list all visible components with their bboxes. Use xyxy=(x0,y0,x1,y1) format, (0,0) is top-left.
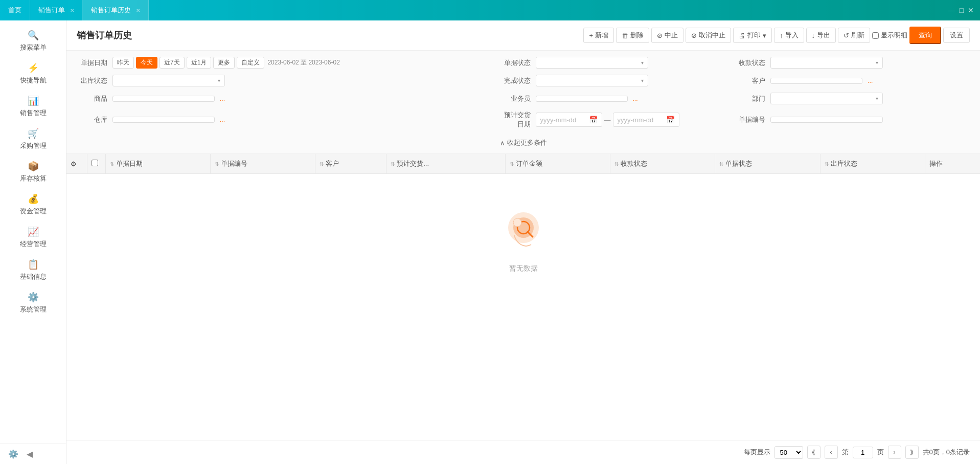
tab-sales-history-close[interactable]: ✕ xyxy=(136,8,140,13)
salesperson-select[interactable] xyxy=(536,96,628,102)
prev-page-btn[interactable]: ‹ xyxy=(825,446,838,459)
col-customer-sort-icon[interactable]: ⇅ xyxy=(320,161,324,167)
finance-icon: 💰 xyxy=(28,193,39,205)
data-table: ⚙ ⇅ 单据日期 ⇅ xyxy=(66,154,980,174)
col-payment-sort-icon[interactable]: ⇅ xyxy=(614,161,619,167)
search-icon: 🔍 xyxy=(28,30,39,41)
collapse-sidebar-icon[interactable]: ◀ xyxy=(27,449,33,459)
bill-status-select[interactable]: ▾ xyxy=(536,57,648,69)
tab-home[interactable]: 首页 xyxy=(0,0,30,20)
tab-sales-order[interactable]: 销售订单 ✕ xyxy=(30,0,83,20)
minimize-icon[interactable]: — xyxy=(948,6,955,14)
page-number-input[interactable] xyxy=(853,447,873,458)
refresh-button[interactable]: ↺ 刷新 xyxy=(838,28,870,43)
sidebar-bottom: ⚙️ ◀ xyxy=(0,444,66,464)
date-filter-value: 昨天 今天 近7天 近1月 更多 自定义 2023-06-02 至 2023-0… xyxy=(112,57,500,69)
product-more-btn[interactable]: ... xyxy=(217,94,228,103)
customer-more-btn[interactable]: ... xyxy=(864,76,876,85)
col-date-label: 单据日期 xyxy=(116,159,143,168)
product-select[interactable] xyxy=(112,96,215,102)
sidebar-item-quicknav[interactable]: ⚡ 快捷导航 xyxy=(0,57,66,90)
query-button[interactable]: 查询 xyxy=(909,27,941,44)
next-page-btn[interactable]: › xyxy=(888,446,901,459)
calendar-from-icon[interactable]: 📅 xyxy=(589,116,598,124)
col-action: 操作 xyxy=(925,154,980,174)
customer-label: 客户 xyxy=(735,76,770,85)
bill-number-input[interactable] xyxy=(770,117,883,123)
sidebar-item-search[interactable]: 🔍 搜索菜单 xyxy=(0,25,66,57)
warehouse-more-btn[interactable]: ... xyxy=(217,115,228,124)
cancel-stop-button[interactable]: ⊘ 取消中止 xyxy=(686,28,731,43)
bill-status-label: 单据状态 xyxy=(500,58,536,68)
col-expected-date-sort-icon[interactable]: ⇅ xyxy=(391,161,395,167)
sidebar-item-sales[interactable]: 📊 销售管理 xyxy=(0,90,66,123)
date-btn-custom[interactable]: 自定义 xyxy=(237,57,264,69)
sidebar-item-inventory-label: 库存核算 xyxy=(20,174,47,183)
collapse-btn[interactable]: ∧ 收起更多条件 xyxy=(77,135,970,147)
warehouse-status-select[interactable]: ▾ xyxy=(112,75,225,86)
sidebar-item-operations[interactable]: 📈 经营管理 xyxy=(0,221,66,254)
first-page-btn[interactable]: ⟪ xyxy=(807,446,821,459)
last-page-btn[interactable]: ⟫ xyxy=(905,446,919,459)
setting-button[interactable]: 设置 xyxy=(943,28,970,43)
maximize-icon[interactable]: □ xyxy=(960,6,964,14)
sidebar-item-finance-label: 资金管理 xyxy=(20,207,47,216)
date-btn-today[interactable]: 今天 xyxy=(136,57,157,69)
empty-text: 暂无数据 xyxy=(509,264,538,273)
refresh-icon: ↺ xyxy=(844,32,849,39)
sidebar-item-system[interactable]: ⚙️ 系统管理 xyxy=(0,286,66,319)
tab-sales-order-close[interactable]: ✕ xyxy=(70,8,74,13)
import-button[interactable]: ↑ 导入 xyxy=(774,28,804,43)
stop-icon: ⊘ xyxy=(657,32,663,39)
department-col: 部门 ▾ xyxy=(735,93,970,104)
delete-icon: 🗑 xyxy=(622,32,628,39)
close-icon[interactable]: ✕ xyxy=(968,6,974,14)
expected-date-to[interactable]: yyyy-mm-dd 📅 xyxy=(613,113,679,127)
collapse-label: 收起更多条件 xyxy=(507,138,547,147)
sidebar-item-inventory[interactable]: 📦 库存核算 xyxy=(0,156,66,188)
date-btn-1month[interactable]: 近1月 xyxy=(187,57,212,69)
table-settings-icon[interactable]: ⚙ xyxy=(71,160,77,168)
export-button[interactable]: ↓ 导出 xyxy=(806,28,836,43)
delete-button[interactable]: 🗑 删除 xyxy=(616,28,649,43)
date-separator: — xyxy=(604,116,611,124)
sidebar-item-finance[interactable]: 💰 资金管理 xyxy=(0,188,66,221)
tab-sales-history[interactable]: 销售订单历史 ✕ xyxy=(83,0,149,20)
expected-date-from[interactable]: yyyy-mm-dd 📅 xyxy=(536,113,602,127)
col-date-sort-icon[interactable]: ⇅ xyxy=(110,161,114,167)
col-warehouse-sort-icon[interactable]: ⇅ xyxy=(825,161,829,167)
date-btn-more[interactable]: 更多 xyxy=(213,57,235,69)
col-payment-status: ⇅ 收款状态 xyxy=(610,154,715,174)
stop-button[interactable]: ⊘ 中止 xyxy=(651,28,683,43)
settings-bottom-icon[interactable]: ⚙️ xyxy=(8,449,18,459)
stop-label: 中止 xyxy=(665,31,678,40)
sidebar-item-basic[interactable]: 📋 基础信息 xyxy=(0,254,66,286)
customer-select[interactable] xyxy=(770,78,862,84)
display-toggle-checkbox[interactable] xyxy=(872,32,879,39)
col-amount-sort-icon[interactable]: ⇅ xyxy=(510,161,514,167)
col-amount-label: 订单金额 xyxy=(516,159,542,168)
sidebar-item-quicknav-label: 快捷导航 xyxy=(20,76,47,85)
col-bill-sort-icon[interactable]: ⇅ xyxy=(719,161,723,167)
select-all-checkbox[interactable] xyxy=(92,160,98,166)
sidebar-item-purchase-label: 采购管理 xyxy=(20,141,47,150)
sidebar-item-purchase[interactable]: 🛒 采购管理 xyxy=(0,123,66,156)
warehouse-select[interactable] xyxy=(112,117,215,123)
bill-status-col: 单据状态 ▾ xyxy=(500,57,735,69)
complete-status-select[interactable]: ▾ xyxy=(536,75,648,86)
product-label: 商品 xyxy=(77,94,112,103)
date-btn-yesterday[interactable]: 昨天 xyxy=(112,57,134,69)
print-button[interactable]: 🖨 打印 ▾ xyxy=(733,28,772,43)
salesperson-more-btn[interactable]: ... xyxy=(630,94,641,103)
add-button[interactable]: + 新增 xyxy=(583,28,614,43)
customer-col: 客户 ... xyxy=(735,76,970,85)
date-btn-7days[interactable]: 近7天 xyxy=(159,57,185,69)
col-number-sort-icon[interactable]: ⇅ xyxy=(215,161,219,167)
print-label: 打印 xyxy=(747,31,761,40)
payment-status-select[interactable]: ▾ xyxy=(770,57,883,69)
department-select[interactable]: ▾ xyxy=(770,93,883,104)
calendar-to-icon[interactable]: 📅 xyxy=(666,116,675,124)
page-size-select[interactable]: 50 10 20 100 xyxy=(774,446,803,459)
expected-date-col: 预计交货日期 yyyy-mm-dd 📅 — yyyy-mm-dd 📅 xyxy=(500,111,735,129)
quicknav-icon: ⚡ xyxy=(28,62,39,74)
